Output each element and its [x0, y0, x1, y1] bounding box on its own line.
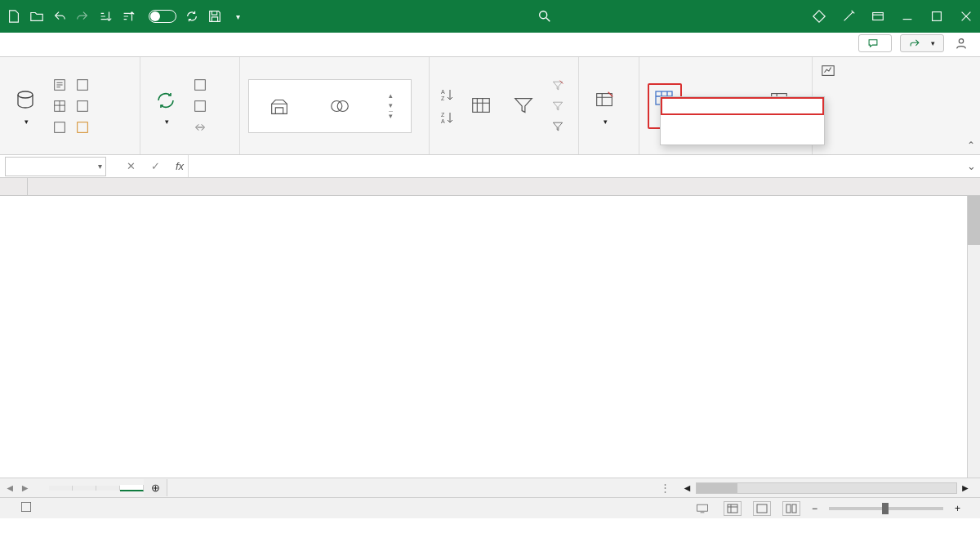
chevron-down-icon: ▾ [24, 118, 29, 126]
svg-text:Z: Z [441, 112, 445, 118]
accessibility-icon[interactable] [20, 500, 33, 516]
formula-bar: ▾ ✕ ✓ fx ⌄ [0, 155, 980, 178]
svg-rect-1 [873, 13, 884, 20]
chevron-down-icon: ▾ [604, 118, 608, 126]
normal-view-icon[interactable] [724, 501, 742, 516]
wand-icon[interactable] [841, 9, 856, 24]
ribbon-data: ▾ ▾ [0, 57, 980, 155]
diamond-icon[interactable] [812, 9, 826, 24]
autosave-toggle[interactable] [144, 10, 176, 23]
qat-more-icon[interactable]: ▾ [230, 9, 245, 24]
refresh-all-button[interactable]: ▾ [149, 85, 183, 127]
data-analysis-button[interactable] [821, 64, 840, 78]
sort-za-icon[interactable]: ZA [438, 109, 456, 127]
svg-rect-27 [21, 502, 30, 511]
from-web-icon[interactable] [74, 76, 91, 94]
page-layout-view-icon[interactable] [753, 501, 771, 516]
group-label [438, 151, 570, 153]
hscroll-left-icon[interactable]: ◄ [679, 482, 695, 494]
menu-scenario-manager[interactable] [661, 97, 824, 115]
sheet-tab-active[interactable] [120, 485, 144, 491]
sort-button[interactable] [464, 90, 498, 122]
vertical-scrollbar[interactable] [967, 196, 980, 478]
misc-data-icon[interactable] [74, 118, 91, 136]
sheet-tab-more[interactable] [49, 486, 73, 491]
fx-icon[interactable]: fx [172, 160, 188, 172]
group-label [149, 151, 231, 153]
close-icon[interactable] [959, 9, 973, 24]
recent-sources-icon[interactable] [74, 97, 91, 115]
menu-goal-seek[interactable] [661, 115, 824, 130]
whatif-dropdown-menu [660, 96, 825, 145]
properties-icon[interactable] [191, 97, 209, 115]
svg-rect-30 [757, 504, 767, 513]
account-icon[interactable] [952, 34, 970, 52]
sheet-tab[interactable] [96, 486, 120, 491]
zoom-slider[interactable] [829, 507, 943, 510]
comments-button[interactable] [858, 34, 892, 52]
svg-point-4 [18, 91, 33, 98]
cancel-formula-icon[interactable]: ✕ [122, 160, 139, 172]
group-label [821, 151, 943, 153]
svg-rect-6 [78, 79, 88, 90]
ribbon-mode-icon[interactable] [871, 9, 885, 24]
data-types-gallery[interactable]: ▴▾▾ [248, 79, 412, 133]
from-table-icon[interactable] [51, 97, 69, 115]
svg-text:A: A [441, 89, 445, 95]
sheet-tab[interactable] [73, 486, 96, 491]
spreadsheet-grid[interactable] [0, 178, 980, 478]
expand-formula-icon[interactable]: ⌄ [962, 160, 980, 172]
chevron-down-icon[interactable]: ▾ [98, 162, 102, 171]
zoom-in-icon[interactable]: + [955, 503, 960, 514]
svg-point-14 [338, 100, 349, 111]
page-break-view-icon[interactable] [782, 501, 800, 516]
formula-input[interactable] [188, 155, 962, 177]
sort-az-icon[interactable]: AZ [438, 86, 456, 104]
enter-formula-icon[interactable]: ✓ [147, 160, 163, 172]
open-file-icon[interactable] [29, 9, 44, 24]
svg-text:Z: Z [441, 96, 445, 101]
share-button[interactable]: ▾ [900, 34, 944, 52]
save-icon[interactable] [207, 9, 222, 24]
queries-icon[interactable] [191, 76, 209, 94]
from-text-icon[interactable] [51, 76, 69, 94]
svg-rect-8 [78, 100, 88, 111]
svg-rect-32 [792, 504, 796, 513]
collapse-ribbon-icon[interactable]: ⌃ [967, 140, 975, 151]
svg-rect-9 [55, 122, 65, 132]
svg-point-0 [540, 11, 547, 19]
sync-icon[interactable] [185, 9, 199, 24]
filter-button[interactable] [506, 90, 541, 122]
svg-rect-2 [933, 12, 942, 21]
add-sheet-button[interactable]: ⊕ [144, 479, 167, 496]
minimize-icon[interactable] [900, 9, 915, 24]
data-tools-button[interactable]: ▾ [587, 85, 621, 127]
name-box[interactable]: ▾ [5, 157, 106, 176]
sort-desc-icon[interactable] [121, 9, 136, 24]
sort-asc-icon[interactable] [98, 9, 113, 24]
existing-conn-icon[interactable] [51, 118, 69, 136]
group-label [8, 151, 131, 153]
maximize-icon[interactable] [929, 9, 944, 24]
undo-icon[interactable] [52, 9, 67, 24]
svg-rect-28 [697, 504, 708, 511]
display-settings-button[interactable] [696, 503, 712, 514]
edit-links-icon[interactable] [191, 118, 209, 136]
menu-data-table[interactable] [661, 130, 824, 144]
hscroll-right-icon[interactable]: ► [957, 482, 973, 494]
clear-filter-icon[interactable] [549, 77, 567, 95]
tab-nav-prev-icon[interactable]: ◄ [5, 482, 15, 494]
reapply-icon[interactable] [549, 97, 567, 115]
advanced-filter-icon[interactable] [549, 118, 567, 136]
redo-icon[interactable] [75, 9, 90, 24]
zoom-out-icon[interactable]: − [812, 503, 817, 514]
get-data-button[interactable]: ▾ [8, 85, 42, 127]
horizontal-scrollbar[interactable] [696, 482, 957, 494]
search-button[interactable] [537, 9, 552, 24]
tab-nav-next-icon[interactable]: ► [20, 482, 29, 494]
new-file-icon[interactable] [7, 9, 21, 24]
chevron-down-icon: ▾ [165, 118, 169, 126]
svg-rect-11 [195, 79, 206, 90]
select-all-corner[interactable] [0, 178, 28, 195]
ribbon-tabs: ▾ [0, 33, 980, 57]
